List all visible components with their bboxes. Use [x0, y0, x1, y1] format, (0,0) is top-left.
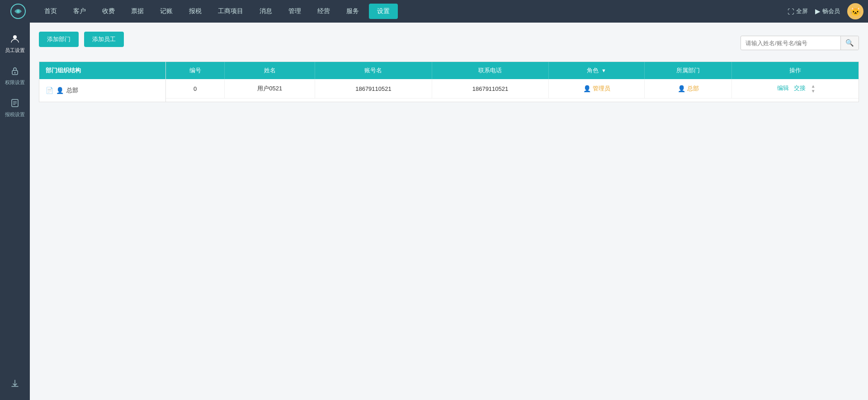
- transfer-link[interactable]: 交接: [794, 85, 806, 91]
- fullscreen-icon: ⛶: [788, 8, 794, 15]
- content-area: 部门组织结构 📄 👤 总部 编号 姓名 账号名 联系电话: [39, 61, 859, 102]
- nav-business[interactable]: 工商项目: [210, 0, 251, 23]
- nav-billing[interactable]: 收费: [94, 0, 123, 23]
- nav-management[interactable]: 管理: [280, 0, 309, 23]
- search-button[interactable]: 🔍: [840, 36, 859, 50]
- table-area: 编号 姓名 账号名 联系电话 角色 ▼ 所属部门 操作 0: [166, 62, 859, 102]
- tax-settings-label: 报税设置: [5, 111, 25, 118]
- nav-operations[interactable]: 经营: [309, 0, 338, 23]
- staff-icon: [9, 33, 21, 45]
- add-dept-button[interactable]: 添加部门: [39, 32, 79, 47]
- download-icon: [9, 377, 21, 390]
- cell-name: 用户0521: [225, 79, 315, 99]
- filter-icon: ▼: [601, 68, 606, 73]
- nav-service[interactable]: 服务: [338, 0, 367, 23]
- data-table: 编号 姓名 账号名 联系电话 角色 ▼ 所属部门 操作 0: [166, 62, 859, 99]
- nav-items: 首页 客户 收费 票据 记账 报税 工商项目 消息 管理 经营 服务 设置: [36, 0, 788, 23]
- toolbar: 添加部门 添加员工: [39, 32, 124, 47]
- dept-tree: 部门组织结构 📄 👤 总部: [39, 62, 166, 102]
- cell-id: 0: [166, 79, 225, 99]
- col-account: 账号名: [315, 62, 432, 79]
- edit-link[interactable]: 编辑: [777, 85, 789, 91]
- tax-settings-icon: [9, 97, 21, 109]
- cell-account: 18679110521: [315, 79, 432, 99]
- sidebar-item-permissions[interactable]: 权限设置: [0, 59, 30, 91]
- cell-phone: 18679110521: [432, 79, 549, 99]
- person-icon: 👤: [56, 87, 64, 94]
- col-role-label: 角色: [587, 67, 599, 74]
- nav-tax[interactable]: 报税: [181, 0, 210, 23]
- cell-role: 👤 管理员: [549, 79, 645, 99]
- member-label: 畅会员: [822, 7, 840, 15]
- avatar[interactable]: 🐱: [847, 3, 863, 19]
- cell-dept: 👤 总部: [645, 79, 732, 99]
- play-icon: ▶: [815, 7, 821, 15]
- dept-person-icon: 👤: [678, 85, 685, 92]
- col-dept: 所属部门: [645, 62, 732, 79]
- nav-tickets[interactable]: 票据: [123, 0, 152, 23]
- member-btn[interactable]: ▶ 畅会员: [815, 7, 840, 15]
- top-nav: 首页 客户 收费 票据 记账 报税 工商项目 消息 管理 经营 服务 设置 ⛶ …: [0, 0, 868, 23]
- staff-label: 员工设置: [5, 47, 25, 54]
- col-phone: 联系电话: [432, 62, 549, 79]
- fullscreen-btn[interactable]: ⛶ 全屏: [788, 7, 808, 15]
- left-sidebar: 员工设置 权限设置 报税设置: [0, 23, 30, 400]
- nav-customer[interactable]: 客户: [65, 0, 94, 23]
- role-value: 管理员: [593, 85, 610, 93]
- nav-accounting[interactable]: 记账: [152, 0, 181, 23]
- svg-point-2: [13, 35, 17, 39]
- main-content: 添加部门 添加员工 🔍 部门组织结构 📄 👤 总部: [30, 23, 868, 400]
- col-id: 编号: [166, 62, 225, 79]
- dept-tree-body: 📄 👤 总部: [39, 79, 165, 102]
- sidebar-item-tax-settings[interactable]: 报税设置: [0, 91, 30, 123]
- svg-point-1: [17, 10, 19, 13]
- col-name: 姓名: [225, 62, 315, 79]
- nav-home[interactable]: 首页: [36, 0, 65, 23]
- col-ops: 操作: [732, 62, 859, 79]
- permissions-label: 权限设置: [5, 79, 25, 86]
- col-role[interactable]: 角色 ▼: [549, 62, 645, 79]
- svg-point-4: [14, 72, 16, 74]
- nav-right: ⛶ 全屏 ▶ 畅会员 🐱: [788, 3, 863, 19]
- search-input[interactable]: [741, 37, 840, 49]
- sidebar-item-staff[interactable]: 员工设置: [0, 27, 30, 59]
- dept-tree-header: 部门组织结构: [39, 62, 165, 79]
- scroll-down-arrow[interactable]: ▼: [811, 89, 816, 94]
- dept-label: 总部: [66, 86, 78, 94]
- fullscreen-label: 全屏: [796, 7, 808, 15]
- role-person-icon: 👤: [583, 85, 591, 92]
- dept-value: 总部: [687, 85, 699, 93]
- sidebar-bottom-btn[interactable]: [0, 372, 30, 395]
- lock-icon: [9, 65, 21, 77]
- cell-ops: 编辑 交接 ▲ ▼: [732, 79, 859, 99]
- table-row: 0 用户0521 18679110521 18679110521 👤 管理员 👤…: [166, 79, 859, 99]
- scroll-up-arrow[interactable]: ▲: [811, 84, 816, 89]
- search-wrap: 🔍: [741, 36, 859, 50]
- scroll-arrows: ▲ ▼: [811, 84, 816, 94]
- logo: [5, 3, 32, 19]
- nav-settings[interactable]: 设置: [369, 4, 398, 19]
- nav-messages[interactable]: 消息: [251, 0, 280, 23]
- dept-tree-item-root[interactable]: 📄 👤 总部: [46, 84, 159, 97]
- add-staff-button[interactable]: 添加员工: [84, 32, 124, 47]
- file-icon: 📄: [46, 87, 53, 94]
